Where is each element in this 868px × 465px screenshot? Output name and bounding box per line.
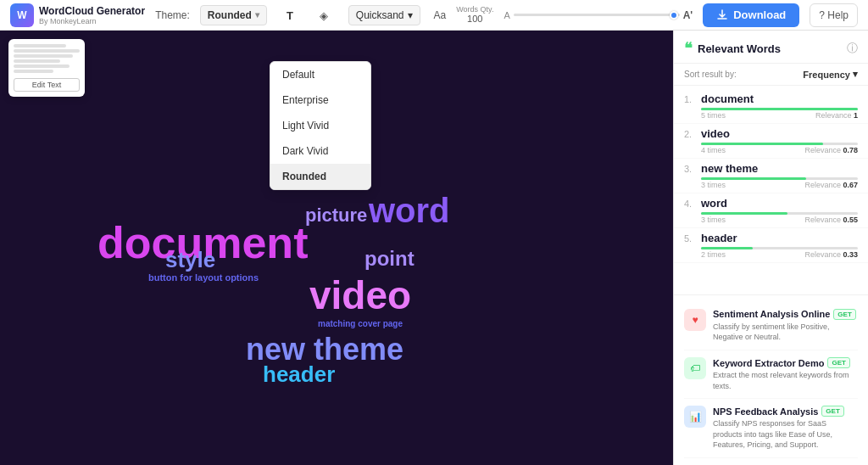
svg-text:◈: ◈ <box>320 9 328 22</box>
word-bar <box>701 177 858 180</box>
promo-desc: Extract the most relevant keywords from … <box>713 370 858 391</box>
word-num: 2. <box>684 129 696 139</box>
relevance-text: Relevance 0.67 <box>804 181 858 189</box>
word-name: word <box>701 197 727 210</box>
words-quantity: Words Qty. 100 <box>456 5 493 25</box>
wc-word: matching cover page <box>318 319 403 328</box>
help-label: ? Help <box>819 9 849 21</box>
promo-icon: 📊 <box>684 406 706 428</box>
word-name: header <box>701 232 737 244</box>
word-item: 2. video 4 times Relevance 0.78 <box>674 124 868 159</box>
logo-main: WordCloud Generator <box>39 5 145 17</box>
toolbar-icons: T ◈ <box>281 5 338 25</box>
word-count: 3 times <box>701 181 726 189</box>
theme-option-enterprise[interactable]: Enterprise <box>270 87 370 113</box>
promo-section: ♥ Sentiment Analysis Online GET Classify… <box>674 294 868 465</box>
sort-selector[interactable]: Frequency ▾ <box>803 69 858 80</box>
promo-icon: 🏷 <box>684 357 706 379</box>
wc-word: point <box>364 247 415 271</box>
promo-title-row: NPS Feedback Analysis GET <box>713 406 858 417</box>
theme-option-light-vivid[interactable]: Light Vivid <box>270 113 370 138</box>
promo-card[interactable]: 🏷 Keyword Extractor Demo GET Extract the… <box>684 350 858 399</box>
word-count: 4 times <box>701 146 726 154</box>
promo-title-row: Keyword Extractor Demo GET <box>713 357 858 368</box>
word-item: 3. new theme 3 times Relevance 0.67 <box>674 159 868 193</box>
font-selected-label: Quicksand <box>356 9 404 21</box>
relevance-text: Relevance 0.33 <box>804 250 858 259</box>
promo-title: Keyword Extractor Demo <box>713 358 824 368</box>
word-list: 1. document 5 times Relevance 1 2. video… <box>674 86 868 294</box>
edit-text-lines <box>14 44 80 73</box>
promo-card[interactable]: 📊 NPS Feedback Analysis GET Classify NPS… <box>684 399 858 458</box>
get-badge[interactable]: GET <box>827 357 849 368</box>
word-item: 1. document 5 times Relevance 1 <box>674 89 868 124</box>
word-meta: 5 times Relevance 1 <box>684 111 858 120</box>
size-slider[interactable] <box>514 14 680 16</box>
size-small-label: A <box>504 10 509 20</box>
theme-selected-label: Rounded <box>208 9 252 21</box>
wordcloud-area[interactable]: Edit Text DefaultEnterpriseLight VividDa… <box>0 31 673 465</box>
promo-icon: ♥ <box>684 309 706 331</box>
help-button[interactable]: ? Help <box>810 3 858 27</box>
relevance-text: Relevance 1 <box>815 111 858 120</box>
promo-card[interactable]: ♥ Sentiment Analysis Online GET Classify… <box>684 302 858 350</box>
edit-text-panel: Edit Text <box>8 39 85 97</box>
wc-word: header <box>263 361 335 388</box>
theme-option-default[interactable]: Default <box>270 62 370 87</box>
logo-area: W WordCloud Generator By MonkeyLearn <box>10 3 145 27</box>
word-meta: 4 times Relevance 0.78 <box>684 146 858 154</box>
paint-bucket-button[interactable]: ◈ <box>313 5 338 25</box>
word-num: 5. <box>684 233 696 244</box>
word-meta: 3 times Relevance 0.55 <box>684 216 858 224</box>
get-badge[interactable]: GET <box>821 406 843 417</box>
sort-label: Sort result by: <box>684 70 737 79</box>
theme-option-dark-vivid[interactable]: Dark Vivid <box>270 138 370 164</box>
word-bar <box>701 143 858 145</box>
text-format-button[interactable]: T <box>281 5 306 25</box>
word-num: 4. <box>684 199 696 209</box>
sidebar-header: ❝ Relevant Words ⓘ <box>674 31 868 64</box>
word-bar <box>701 247 858 249</box>
edit-text-button[interactable]: Edit Text <box>14 78 80 92</box>
words-qty-value: 100 <box>467 14 482 25</box>
wc-word: button for layout options <box>148 272 259 283</box>
wc-word: video <box>309 272 411 318</box>
promo-content: Sentiment Analysis Online GET Classify b… <box>713 309 858 343</box>
word-num: 3. <box>684 164 696 174</box>
logo-icon: W <box>10 3 34 27</box>
sidebar-title: Relevant Words <box>698 42 842 55</box>
promo-content: Keyword Extractor Demo GET Extract the m… <box>713 357 858 391</box>
download-label: Download <box>733 8 786 21</box>
download-button[interactable]: Download <box>703 3 799 27</box>
header: W WordCloud Generator By MonkeyLearn The… <box>0 0 868 31</box>
theme-option-rounded[interactable]: Rounded <box>270 164 370 189</box>
info-icon[interactable]: ⓘ <box>847 41 858 56</box>
right-sidebar: ❝ Relevant Words ⓘ Sort result by: Frequ… <box>673 31 868 465</box>
promo-title-row: Sentiment Analysis Online GET <box>713 309 858 320</box>
sort-row: Sort result by: Frequency ▾ <box>674 64 868 86</box>
download-icon <box>716 9 728 21</box>
svg-text:T: T <box>287 9 293 22</box>
relevance-text: Relevance 0.78 <box>804 146 858 154</box>
promo-desc: Classify by sentiment like Positive, Neg… <box>713 322 858 343</box>
word-meta: 3 times Relevance 0.67 <box>684 181 858 189</box>
word-count: 2 times <box>701 250 726 259</box>
logo-sub: By MonkeyLearn <box>39 17 145 25</box>
word-num: 1. <box>684 94 696 104</box>
theme-selector[interactable]: Rounded ▾ <box>200 5 267 25</box>
theme-label: Theme: <box>155 9 190 21</box>
sort-value-label: Frequency <box>803 70 850 80</box>
words-qty-label: Words Qty. <box>456 5 493 14</box>
font-selector[interactable]: Quicksand ▾ <box>348 5 420 25</box>
logo-text: WordCloud Generator By MonkeyLearn <box>39 5 145 25</box>
word-item: 5. header 2 times Relevance 0.33 <box>674 228 868 263</box>
promo-desc: Classify NPS responses for SaaS products… <box>713 418 858 451</box>
promo-title: Sentiment Analysis Online <box>713 309 830 319</box>
sort-chevron-icon: ▾ <box>853 69 858 80</box>
promo-title: NPS Feedback Analysis <box>713 406 818 417</box>
promo-content: NPS Feedback Analysis GET Classify NPS r… <box>713 406 858 451</box>
get-badge[interactable]: GET <box>833 309 855 320</box>
word-name: document <box>701 92 754 105</box>
word-name: video <box>701 127 730 140</box>
word-bar <box>701 108 858 110</box>
